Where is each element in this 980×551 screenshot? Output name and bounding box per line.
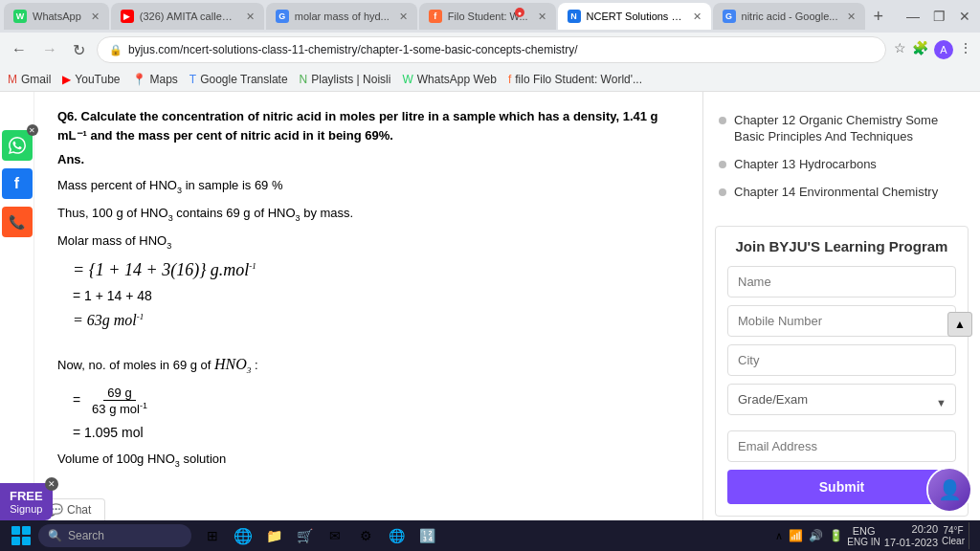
windows-start-button[interactable] [8,522,34,549]
tab-label-nitric: nitric acid - Google... [742,11,838,22]
tab-amita[interactable]: ▶ (326) AMITA called... ✕ [111,3,264,30]
facebook-share-button[interactable]: f [2,168,33,199]
sound-icon[interactable]: 🔊 [809,529,823,542]
whatsapp-close-icon[interactable]: ✕ [27,124,38,136]
answer-label: Ans. [57,152,679,166]
close-browser-button[interactable]: ✕ [953,7,976,26]
menu-dots-icon[interactable]: ⋮ [959,40,972,59]
content-line-1: Mass percent of HNO3 in sample is 69 % [57,174,679,198]
noisli-icon: N [300,73,308,86]
extension-puzzle-icon[interactable]: 🧩 [912,40,928,59]
free-popup-close-icon[interactable]: ✕ [45,477,58,491]
bookmark-translate-label: Google Translate [200,73,287,86]
taskbar-search-box[interactable]: 🔍 Search [38,524,191,547]
taskbar-store-button[interactable]: 🛒 [291,522,318,549]
tab-close-whatsapp[interactable]: ✕ [91,11,100,23]
scroll-up-button[interactable]: ▲ [947,312,972,337]
system-tray-icons: ∧ 📶 🔊 🔋 [775,529,843,542]
bookmark-star-icon[interactable]: ☆ [894,40,906,59]
bookmark-noisli[interactable]: N Playlists | Noisli [300,73,391,86]
region-label: ENG IN [847,537,880,547]
tab-label-whatsapp: WhatsApp [33,11,81,22]
submit-button[interactable]: Submit [727,470,956,504]
address-bar: ← → ↻ 🔒 byjus.com/ncert-solutions-class-… [0,33,980,67]
select-arrow-icon: ▼ [936,397,947,408]
taskbar-task-view-button[interactable]: ⊞ [199,522,226,549]
math-equation-2: = 1 + 14 + 48 [73,288,679,303]
tab-close-amita[interactable]: ✕ [246,11,255,23]
weather-widget[interactable]: 74°F Clear [942,525,965,546]
bookmark-translate[interactable]: T Google Translate [189,73,288,86]
chapter-item-13[interactable]: Chapter 13 Hydrocarbons [719,151,965,179]
tab-label-molar: molar mass of hyd... [295,11,390,22]
taskbar-file-explorer-button[interactable]: 📁 [260,522,287,549]
chapter-14-label: Chapter 14 Environmental Chemistry [734,185,938,201]
taskbar-edge-button[interactable]: 🌐 [230,522,256,549]
bookmark-filo[interactable]: f filo Filo Student: World'... [508,73,642,86]
minimize-button[interactable]: — [901,7,925,26]
math-equation-3: = 63g mol-1 [73,311,679,328]
tab-close-molar[interactable]: ✕ [399,11,408,23]
tab-molar[interactable]: G molar mass of hyd... ✕ [266,3,417,30]
bookmark-youtube[interactable]: ▶ YouTube [62,73,120,86]
profile-icon[interactable]: A [934,40,953,59]
bookmark-whatsapp-web[interactable]: W WhatsApp Web [402,73,496,86]
weather-description: Clear [942,536,965,546]
battery-icon[interactable]: 🔋 [829,529,843,542]
chapter-dot-14 [719,188,726,196]
whatsapp-web-icon: W [402,73,412,86]
bookmark-maps[interactable]: 📍 Maps [132,73,178,86]
taskbar-pinned-icons: ⊞ 🌐 📁 🛒 ✉ ⚙ 🌐 🔢 [199,522,440,549]
chapter-item-12[interactable]: Chapter 12 Organic Chemistry Some Basic … [719,107,965,151]
youtube-icon: ▶ [62,73,71,86]
tab-filo[interactable]: f Filo Student: W... ✕ ● [419,3,556,30]
tab-close-filo[interactable]: ✕ [538,11,546,23]
network-icon[interactable]: 📶 [789,529,803,542]
free-popup-line1: FREE [10,489,43,503]
bookmark-gmail[interactable]: M Gmail [8,73,51,86]
content-line-moles: Now, no. of moles in 69 g of HNO3 : [57,351,679,379]
main-article-content: Q6. Calculate the concentration of nitri… [34,92,702,551]
language-indicator[interactable]: ENG ENG IN [847,525,880,547]
language-label: ENG [847,525,880,537]
name-input[interactable] [727,266,956,298]
chevron-up-tray-icon[interactable]: ∧ [775,530,783,542]
taskbar-calculator-button[interactable]: 🔢 [413,522,440,549]
new-tab-button[interactable]: + [867,7,889,27]
math-fraction: = 69 g 63 g mol-1 [73,386,679,416]
tab-google-nitric[interactable]: G nitric acid - Google... ✕ [713,3,866,30]
chapter-12-label: Chapter 12 Organic Chemistry Some Basic … [734,113,965,145]
show-desktop-button[interactable] [969,522,972,549]
taskbar-clock[interactable]: 20:20 17-01-2023 [884,522,938,550]
grade-select[interactable]: Grade/Exam [727,384,956,415]
free-signup-popup[interactable]: ✕ FREE Signup [0,483,53,520]
back-button[interactable]: ← [8,37,31,62]
email-input[interactable] [727,430,956,462]
facebook-icon: f [14,175,19,192]
time-display: 20:20 [884,522,938,536]
taskbar-mail-button[interactable]: ✉ [322,522,348,549]
tab-whatsapp[interactable]: W WhatsApp ✕ [4,3,109,30]
free-popup-line2: Signup [10,503,43,515]
tab-close-nitric[interactable]: ✕ [847,11,856,23]
url-box[interactable]: 🔒 byjus.com/ncert-solutions-class-11-che… [97,36,886,63]
city-input[interactable] [727,344,956,376]
forward-button[interactable]: → [38,37,61,62]
chapter-item-14[interactable]: Chapter 14 Environmental Chemistry [719,179,965,207]
mobile-input[interactable] [727,305,956,337]
taskbar-settings-button[interactable]: ⚙ [352,522,379,549]
avatar-image: 👤 [928,469,970,511]
question-text: Q6. Calculate the concentration of nitri… [57,107,679,144]
phone-button[interactable]: 📞 [2,207,33,237]
chapter-dot-12 [719,117,726,124]
tab-ncert[interactable]: N NCERT Solutions fo... ✕ [558,3,711,30]
chevron-up-icon: ▲ [954,318,966,331]
page-content: ✕ f 📞 Q6. Calculate the concentration of… [0,92,980,551]
restore-button[interactable]: ❐ [927,7,951,26]
taskbar-chrome-button[interactable]: 🌐 [383,522,410,549]
tab-close-ncert[interactable]: ✕ [693,11,702,23]
reload-button[interactable]: ↻ [69,37,89,63]
whatsapp-share-button[interactable] [2,130,33,161]
chapter-dot-13 [719,161,726,168]
avatar[interactable]: 👤 [926,467,972,513]
